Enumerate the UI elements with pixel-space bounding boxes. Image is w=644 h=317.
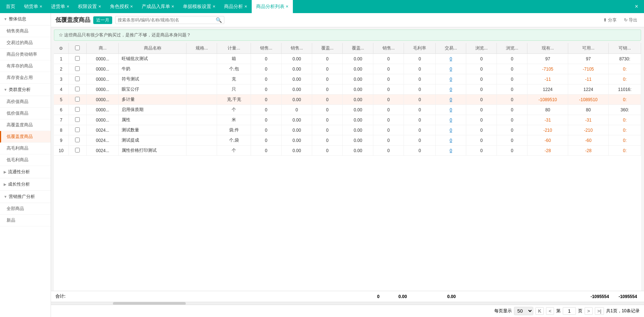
sidebar-item-in-stock-products[interactable]: 有库存的商品 bbox=[0, 60, 51, 72]
export-label: 导出 bbox=[629, 17, 637, 23]
select-all-checkbox[interactable] bbox=[75, 45, 80, 50]
table-cell: 0 bbox=[466, 105, 497, 115]
table-cell: 0 bbox=[373, 64, 404, 74]
table-cell: 2 bbox=[54, 64, 68, 74]
table-cell: 0 bbox=[497, 135, 527, 146]
search-input[interactable] bbox=[118, 17, 216, 23]
row-checkbox[interactable] bbox=[75, 138, 80, 142]
period-button[interactable]: 近一月 bbox=[93, 16, 112, 24]
table-cell[interactable]: 0 bbox=[436, 135, 466, 146]
table-cell[interactable]: 0 bbox=[436, 95, 466, 105]
table-cell[interactable] bbox=[68, 54, 86, 64]
prev-page-button[interactable]: < bbox=[546, 307, 554, 315]
table-cell[interactable] bbox=[68, 125, 86, 135]
row-checkbox[interactable] bbox=[75, 117, 80, 122]
export-button[interactable]: ↻ 导出 bbox=[622, 16, 640, 24]
nav-template-settings[interactable]: 单据模板设置 × bbox=[178, 0, 220, 13]
info-banner: ☆ 这些商品只有很少客户购买过，是推广不够，还是商品本身问题？ bbox=[54, 29, 641, 41]
table-cell: 0 bbox=[404, 135, 436, 146]
table-cell: 0 bbox=[251, 105, 282, 115]
row-checkbox[interactable] bbox=[75, 87, 80, 91]
table-cell: 4 bbox=[54, 84, 68, 95]
nav-products-in[interactable]: 产成品入库单 × bbox=[137, 0, 178, 13]
sidebar-item-low-coverage[interactable]: 低覆盖度商品 bbox=[0, 131, 51, 143]
row-checkbox[interactable] bbox=[75, 148, 80, 152]
table-row: 60000...启用保质期个0000.00000008080360: bbox=[54, 105, 641, 115]
sidebar-item-traded-products[interactable]: 交易过的商品 bbox=[0, 37, 51, 49]
close-window-button[interactable]: × bbox=[631, 0, 643, 13]
table-cell[interactable] bbox=[68, 95, 86, 105]
table-cell[interactable] bbox=[68, 74, 86, 84]
table-cell: 0.00 bbox=[282, 135, 312, 146]
table-cell[interactable]: 0 bbox=[436, 74, 466, 84]
sidebar-section-liquidity[interactable]: ▶ 流通性分析 bbox=[0, 166, 51, 178]
table-cell[interactable]: 0 bbox=[436, 125, 466, 135]
table-cell: 5 bbox=[54, 95, 68, 105]
sidebar-item-category-sales-rate[interactable]: 商品分类动销率 bbox=[0, 49, 51, 60]
last-page-button[interactable]: >| bbox=[595, 307, 604, 315]
next-page-button[interactable]: > bbox=[585, 307, 593, 315]
nav-permissions[interactable]: 权限设置 × bbox=[74, 0, 105, 13]
chevron-down-icon-3: ▼ bbox=[4, 195, 7, 199]
table-cell[interactable] bbox=[68, 105, 86, 115]
table-cell: 0024... bbox=[86, 146, 118, 156]
table-cell[interactable]: 0 bbox=[436, 64, 466, 74]
page-size-select[interactable]: 50 20 100 bbox=[514, 307, 533, 315]
row-checkbox[interactable] bbox=[75, 66, 80, 71]
table-cell: -60 bbox=[527, 135, 568, 146]
table-cell[interactable]: 0 bbox=[436, 84, 466, 95]
share-button[interactable]: ⬆ 分享 bbox=[601, 16, 619, 24]
table-cell[interactable] bbox=[68, 115, 86, 125]
sidebar-item-low-value[interactable]: 低价值商品 bbox=[0, 108, 51, 119]
row-checkbox[interactable] bbox=[75, 76, 80, 81]
sidebar-section-overall[interactable]: ▼ 整体信息 bbox=[0, 13, 51, 25]
table-cell: 3 bbox=[54, 74, 68, 84]
sidebar-item-high-coverage[interactable]: 高覆盖度商品 bbox=[0, 119, 51, 131]
table-cell[interactable] bbox=[68, 135, 86, 146]
table-cell: 0.00 bbox=[343, 95, 373, 105]
table-row: 30000...符号测试克00.0000.0000000-11-110: bbox=[54, 74, 641, 84]
table-cell: 克 bbox=[217, 74, 251, 84]
table-cell: 0 bbox=[497, 146, 527, 156]
sidebar-section-growth[interactable]: ▶ 成长性分析 bbox=[0, 178, 51, 191]
row-checkbox[interactable] bbox=[75, 97, 80, 102]
sidebar-item-low-margin[interactable]: 低毛利商品 bbox=[0, 154, 51, 166]
table-cell[interactable] bbox=[68, 64, 86, 74]
table-cell[interactable]: 0 bbox=[436, 115, 466, 125]
sidebar-section-marketing[interactable]: ▼ 营销推广分析 bbox=[0, 191, 51, 203]
sidebar-item-all-products[interactable]: 全部商品 bbox=[0, 203, 51, 215]
sidebar-item-high-value[interactable]: 高价值商品 bbox=[0, 96, 51, 108]
footer-totals: 合计: 0 0.00 0.00 -1095554 -1095554 bbox=[51, 291, 644, 302]
table-cell: 个 bbox=[217, 105, 251, 115]
row-checkbox[interactable] bbox=[75, 127, 80, 132]
horizontal-scrollbar[interactable] bbox=[51, 302, 644, 305]
row-checkbox[interactable] bbox=[75, 107, 80, 112]
sidebar-item-inventory-capital[interactable]: 库存资金占用 bbox=[0, 72, 51, 84]
table-cell: 1 bbox=[54, 54, 68, 64]
sidebar-item-new-products[interactable]: 新品 bbox=[0, 215, 51, 226]
nav-home[interactable]: 首页 bbox=[1, 0, 20, 13]
sidebar-section-cluster[interactable]: ▼ 类群度分析 bbox=[0, 84, 51, 96]
sidebar-item-high-margin[interactable]: 高毛利商品 bbox=[0, 143, 51, 154]
table-cell: 0 bbox=[373, 105, 404, 115]
nav-roles[interactable]: 角色授权 × bbox=[106, 0, 137, 13]
sidebar-item-sales-products[interactable]: 销售类商品 bbox=[0, 25, 51, 37]
table-cell[interactable] bbox=[68, 84, 86, 95]
table-cell: 启用保质期 bbox=[119, 105, 186, 115]
nav-purchase[interactable]: 进货单 × bbox=[47, 0, 74, 13]
table-cell[interactable]: 0 bbox=[436, 54, 466, 64]
nav-product-analysis-list[interactable]: 商品分析列表 × bbox=[252, 0, 293, 13]
table-cell[interactable]: 0 bbox=[436, 105, 466, 115]
row-checkbox[interactable] bbox=[75, 56, 80, 61]
col-checkbox[interactable] bbox=[68, 43, 86, 54]
table-cell[interactable]: 0 bbox=[436, 146, 466, 156]
table-cell: 符号测试 bbox=[119, 74, 186, 84]
nav-product-analysis[interactable]: 商品分析 × bbox=[220, 0, 251, 13]
first-page-button[interactable]: K bbox=[535, 307, 544, 315]
table-cell[interactable] bbox=[68, 146, 86, 156]
col-spec: 规格... bbox=[186, 43, 217, 54]
table-cell: 只 bbox=[217, 84, 251, 95]
nav-sales[interactable]: 销货单 × bbox=[20, 0, 47, 13]
page-number-input[interactable]: 1 bbox=[563, 307, 576, 315]
col-settings[interactable]: ⚙ bbox=[54, 43, 68, 54]
